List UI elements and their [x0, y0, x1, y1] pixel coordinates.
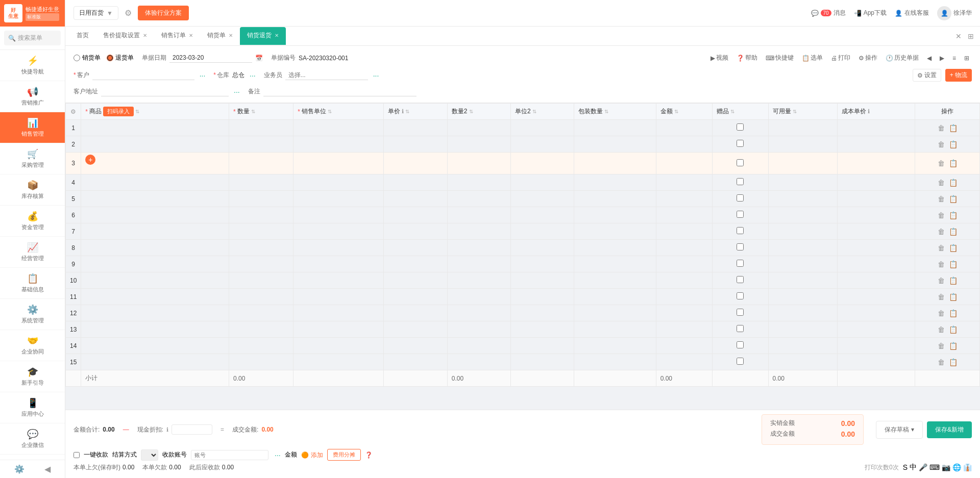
qty2-cell-4[interactable] — [447, 174, 510, 191]
gift-checkbox-6[interactable] — [737, 211, 744, 218]
available-cell-12[interactable] — [768, 305, 837, 321]
ops-btn[interactable]: ⚙ 操作 — [856, 52, 880, 64]
cost-price-cell-12[interactable] — [837, 305, 915, 321]
unit2-cell-2[interactable] — [510, 136, 574, 153]
product-input-13[interactable] — [85, 326, 146, 333]
gift-checkbox-3[interactable] — [737, 159, 744, 166]
sidebar-item-system[interactable]: ⚙️ 系统管理 — [0, 299, 65, 330]
sidebar-item-enterprise[interactable]: 🤝 企业协同 — [0, 330, 65, 361]
calendar-icon[interactable]: 📅 — [255, 55, 263, 62]
delete-row-btn-13[interactable]: 🗑 — [937, 324, 946, 335]
cost-price-cell-11[interactable] — [837, 289, 915, 305]
sales-unit-cell-3[interactable] — [293, 153, 384, 174]
qty2-cell-1[interactable] — [447, 120, 510, 136]
product-input-8[interactable] — [85, 244, 146, 251]
qty2-cell-11[interactable] — [447, 289, 510, 305]
available-cell-14[interactable] — [768, 338, 837, 354]
product-cell-5[interactable] — [81, 191, 229, 207]
available-cell-4[interactable] — [768, 174, 837, 191]
tab-sales-order[interactable]: 销售订单 ✕ — [154, 27, 200, 45]
unit-price-cell-4[interactable] — [384, 174, 448, 191]
sidebar-item-apps[interactable]: 📱 应用中心 — [0, 392, 65, 423]
sidebar-item-purchase[interactable]: 🛒 采购管理 — [0, 143, 65, 174]
pack-qty-cell-11[interactable] — [574, 289, 656, 305]
nav-prev-btn[interactable]: ◀ — [924, 53, 934, 63]
online-support-item[interactable]: 👤 在线客服 — [895, 9, 929, 17]
unit-price-cell-2[interactable] — [384, 136, 448, 153]
product-input-11[interactable] — [85, 293, 146, 300]
pack-qty-cell-13[interactable] — [574, 321, 656, 338]
product-input-7[interactable] — [85, 228, 146, 235]
available-cell-13[interactable] — [768, 321, 837, 338]
copy-row-btn-4[interactable]: 📋 — [948, 178, 959, 188]
radio-input-sales-bill[interactable] — [74, 55, 80, 61]
history-btn[interactable]: 🕐 历史单据 — [883, 52, 921, 64]
maximize-window-btn[interactable]: ⊞ — [966, 31, 976, 41]
sales-unit-cell-10[interactable] — [293, 272, 384, 289]
product-cell-4[interactable] — [81, 174, 229, 191]
delete-row-btn-6[interactable]: 🗑 — [937, 210, 946, 220]
pack-qty-cell-3[interactable] — [574, 153, 656, 174]
sidebar-settings-btn[interactable]: ⚙️ — [14, 464, 24, 474]
gift-checkbox-9[interactable] — [737, 260, 744, 267]
amount-cell-1[interactable] — [656, 120, 712, 136]
delete-row-btn-1[interactable]: 🗑 — [937, 123, 946, 133]
pack-qty-cell-4[interactable] — [574, 174, 656, 191]
amount-cell-4[interactable] — [656, 174, 712, 191]
cost-price-cell-14[interactable] — [837, 338, 915, 354]
sales-unit-cell-8[interactable] — [293, 240, 384, 256]
available-cell-7[interactable] — [768, 223, 837, 240]
sort-icon[interactable]: ⇅ — [469, 109, 473, 114]
unit-price-cell-13[interactable] — [384, 321, 448, 338]
pack-qty-cell-9[interactable] — [574, 256, 656, 272]
qty-cell-10[interactable] — [229, 272, 293, 289]
copy-row-btn-13[interactable]: 📋 — [948, 324, 959, 335]
pack-qty-cell-2[interactable] — [574, 136, 656, 153]
sales-unit-cell-5[interactable] — [293, 191, 384, 207]
qty2-cell-8[interactable] — [447, 240, 510, 256]
unit-price-cell-12[interactable] — [384, 305, 448, 321]
qty2-cell-15[interactable] — [447, 354, 510, 370]
sidebar-item-inventory[interactable]: 📦 库存核算 — [0, 174, 65, 206]
tab-sales-return[interactable]: 销货退货 ✕ — [240, 27, 286, 45]
unit-price-cell-1[interactable] — [384, 120, 448, 136]
unit2-cell-14[interactable] — [510, 338, 574, 354]
amount-cell-6[interactable] — [656, 207, 712, 223]
customer-select-icon[interactable]: ··· — [200, 71, 206, 80]
available-cell-10[interactable] — [768, 272, 837, 289]
amount-cell-10[interactable] — [656, 272, 712, 289]
tab-sales-bill[interactable]: 销货单 ✕ — [200, 27, 240, 45]
copy-row-btn-12[interactable]: 📋 — [948, 308, 959, 318]
pack-qty-cell-14[interactable] — [574, 338, 656, 354]
sales-unit-cell-11[interactable] — [293, 289, 384, 305]
print-btn[interactable]: 🖨 打印 — [828, 52, 853, 64]
sales-unit-cell-12[interactable] — [293, 305, 384, 321]
warehouse-select-icon[interactable]: ··· — [250, 71, 256, 80]
info-icon[interactable]: ℹ — [868, 108, 870, 115]
available-cell-6[interactable] — [768, 207, 837, 223]
topbar-settings-button[interactable]: ⚙ — [122, 6, 134, 20]
product-input-14[interactable] — [85, 342, 146, 349]
product-input-1[interactable] — [85, 124, 146, 132]
unit-price-cell-8[interactable] — [384, 240, 448, 256]
available-cell-11[interactable] — [768, 289, 837, 305]
gift-checkbox-12[interactable] — [737, 309, 744, 316]
unit2-cell-10[interactable] — [510, 272, 574, 289]
unit2-cell-4[interactable] — [510, 174, 574, 191]
qty2-cell-9[interactable] — [447, 256, 510, 272]
unit2-cell-8[interactable] — [510, 240, 574, 256]
copy-row-btn-8[interactable]: 📋 — [948, 243, 959, 253]
sidebar-item-operations[interactable]: 📈 经营管理 — [0, 237, 65, 268]
delete-row-btn-2[interactable]: 🗑 — [937, 139, 946, 149]
qty2-cell-2[interactable] — [447, 136, 510, 153]
product-cell-1[interactable] — [81, 120, 229, 136]
gift-checkbox-8[interactable] — [737, 243, 744, 250]
account-input[interactable] — [191, 450, 268, 460]
sales-unit-cell-7[interactable] — [293, 223, 384, 240]
salesperson-input[interactable] — [285, 70, 368, 80]
industry-selector[interactable]: 日用百货 ▼ — [74, 6, 118, 20]
nav-next-btn[interactable]: ▶ — [937, 53, 947, 63]
qty2-cell-14[interactable] — [447, 338, 510, 354]
sales-unit-cell-1[interactable] — [293, 120, 384, 136]
qty-cell-13[interactable] — [229, 321, 293, 338]
